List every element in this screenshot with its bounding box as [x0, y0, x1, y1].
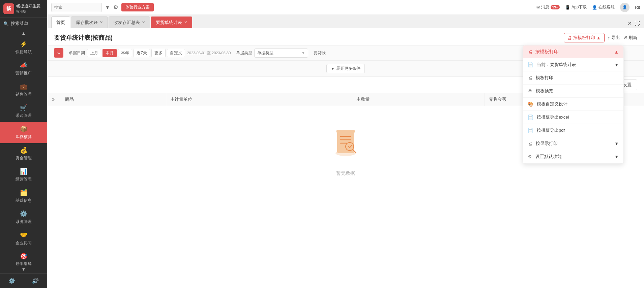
page-header: 要货单统计表(按商品) 🖨 按模板打印 ▲ ↑ 导出 ↺ 刷新 [47, 28, 644, 45]
sidebar-item-system[interactable]: ⚙️ 系统管理 [0, 207, 47, 228]
inventory-icon: 📦 [20, 125, 27, 133]
date-filter-group: 单据日期 上月 本月 本年 近7天 更多 自定义 2023-06-01 至 20… [69, 49, 231, 57]
tab-batch-account-close[interactable]: ✕ [100, 20, 103, 25]
sidebar-item-operations[interactable]: 📊 经营管理 [0, 164, 47, 186]
purchase-icon: 🛒 [20, 104, 27, 111]
dropdown-item-export-pdf[interactable]: 📄 按模板导出pdf [523, 124, 623, 137]
tab-order-stats[interactable]: 要货单统计表 ✕ [151, 17, 192, 28]
tab-order-stats-close[interactable]: ✕ [184, 20, 187, 25]
dropdown-default-func-icon: ⚙ [528, 154, 532, 159]
sidebar-item-label: 新手引导 [16, 261, 32, 265]
tab-receipt-summary[interactable]: 收发存汇总表 ✕ [109, 17, 150, 28]
sidebar-item-collab[interactable]: 🤝 企业协同 [0, 228, 47, 249]
date-btn-current-month[interactable]: 本月 [103, 49, 117, 57]
refresh-button[interactable]: ↺ 刷新 [623, 35, 637, 41]
dropdown-item-label: 模板预览 [536, 88, 553, 94]
col-product: 商品 [61, 93, 166, 106]
operations-icon: 📊 [20, 168, 27, 175]
sidebar-item-marketing[interactable]: 📣 营销推广 [0, 58, 47, 79]
dropdown-display-print-arrow: ▼ [614, 141, 619, 146]
filter-expand-button[interactable]: » [54, 48, 63, 58]
finance-icon: 💰 [20, 147, 27, 154]
dropdown-item-display-print[interactable]: 🖨 按显示打印 ▼ [523, 137, 623, 150]
order-type-select[interactable]: 单据类型 ▼ [254, 49, 308, 58]
app-download-label: App下载 [572, 4, 587, 10]
template-print-label: 按模板打印 [573, 35, 595, 41]
order-status-label: 要货状 [314, 50, 326, 56]
dropdown-item-template-design[interactable]: 🎨 模板自定义设计 [523, 98, 623, 111]
dropdown-item-template-preview[interactable]: 👁 模板预览 [523, 85, 623, 98]
topbar-right: ✉ 消息 99+ 📱 App下载 👤 在线客服 👤 Rit [536, 3, 640, 12]
tab-batch-account[interactable]: 库存批次账 ✕ [71, 17, 108, 28]
order-type-label: 单据类型 [236, 50, 252, 56]
order-type-value: 单据类型 [257, 50, 273, 56]
date-btn-7days[interactable]: 近7天 [134, 49, 150, 57]
template-print-dropdown: 🖨 按模板打印 ▲ 📄 当前：要货单统计表 ▼ 🖨 模板打印 👁 模板预览 🎨 … [523, 45, 624, 164]
expand-more-label: 展开更多条件 [336, 66, 360, 71]
marketing-icon: 📣 [20, 62, 27, 69]
dropdown-item-label: 按模板导出pdf [537, 127, 565, 133]
sidebar-scroll-up[interactable]: ▲ [0, 29, 47, 37]
dropdown-item-label: 按模板导出excel [537, 114, 569, 120]
date-btn-current-year[interactable]: 本年 [118, 49, 132, 57]
online-service-button[interactable]: 👤 在线客服 [592, 4, 615, 10]
export-button[interactable]: ↑ 导出 [608, 35, 620, 41]
dropdown-default-func-label: 设置默认功能 [535, 154, 562, 160]
tab-close-all-icon[interactable]: ✕ [627, 20, 632, 27]
col-settings[interactable]: ⚙ [47, 93, 61, 106]
tab-receipt-summary-close[interactable]: ✕ [142, 20, 145, 25]
topbar-search-input[interactable] [51, 3, 102, 12]
message-button[interactable]: ✉ 消息 99+ [536, 4, 560, 10]
date-range-display: 2023-06-01 至 2023-06-30 [187, 51, 231, 56]
dropdown-current-template[interactable]: 📄 当前：要货单统计表 ▼ [523, 58, 623, 71]
topbar-dropdown-btn[interactable]: ▼ [105, 5, 110, 10]
sidebar-item-label: 营销推广 [16, 70, 32, 76]
topbar-promo-button[interactable]: 体验行业方案 [121, 3, 154, 11]
user-avatar[interactable]: 👤 [620, 3, 630, 12]
sidebar-item-basic[interactable]: 🗂️ 基础信息 [0, 186, 47, 207]
dropdown-display-print-label: 按显示打印 [536, 140, 558, 147]
app-download-button[interactable]: 📱 App下载 [565, 4, 587, 10]
table-settings-icon[interactable]: ⚙ [51, 97, 55, 102]
guide-icon: 🎯 [20, 253, 27, 260]
dropdown-item-default-func[interactable]: ⚙ 设置默认功能 ▼ [523, 150, 623, 163]
tab-maximize-icon[interactable]: ⛶ [635, 21, 640, 27]
logo-text: 畅捷通好生意 [16, 4, 40, 9]
sidebar-item-label: 销售管理 [16, 92, 32, 97]
sidebar-item-quick-nav[interactable]: ⚡ 快捷导航 [0, 37, 47, 58]
sidebar-item-finance[interactable]: 💰 资金管理 [0, 143, 47, 164]
sidebar-item-label: 采购管理 [16, 113, 32, 119]
tab-home[interactable]: 首页 [51, 17, 70, 28]
date-btn-custom[interactable]: 自定义 [167, 49, 185, 57]
dropdown-item-export-excel[interactable]: 📄 按模板导出excel [523, 111, 623, 124]
sidebar: 畅 畅捷通好生意 标准版 🔍 搜索菜单 ▲ ⚡ 快捷导航 📣 营销推广 💼 销售… [0, 0, 47, 288]
tab-batch-account-label: 库存批次账 [76, 20, 98, 26]
sidebar-item-purchase[interactable]: 🛒 采购管理 [0, 101, 47, 122]
dropdown-collapse-icon[interactable]: ▲ [614, 49, 619, 55]
dropdown-display-print-icon: 🖨 [528, 141, 532, 146]
user-name: Rit [635, 5, 640, 10]
expand-more-button[interactable]: ▼ 展开更多条件 [326, 64, 365, 73]
date-filter-label: 单据日期 [69, 50, 85, 56]
date-btn-more[interactable]: 更多 [151, 49, 166, 57]
settings-bottom-icon[interactable]: ⚙️ [8, 278, 15, 284]
sidebar-scroll-down[interactable]: ▼ [0, 265, 47, 273]
sidebar-item-label: 资金管理 [16, 155, 32, 161]
tab-order-stats-label: 要货单统计表 [156, 20, 182, 26]
topbar-settings-icon[interactable]: ⚙ [113, 4, 118, 10]
sidebar-item-sales[interactable]: 💼 销售管理 [0, 79, 47, 101]
sidebar-item-guide[interactable]: 🎯 新手引导 [0, 249, 47, 265]
dropdown-preview-icon: 👁 [528, 88, 532, 94]
template-print-button[interactable]: 🖨 按模板打印 ▲ [564, 33, 605, 42]
sidebar-search[interactable]: 🔍 搜索菜单 [0, 18, 47, 29]
sidebar-item-label: 快捷导航 [16, 49, 32, 55]
audio-icon[interactable]: 🔊 [32, 278, 39, 284]
online-service-label: 在线客服 [598, 4, 615, 10]
sidebar-item-inventory[interactable]: 📦 库存核算 [0, 122, 47, 143]
date-btn-prev-month[interactable]: 上月 [87, 49, 101, 57]
sales-icon: 💼 [20, 83, 27, 90]
dropdown-header-title: 按模板打印 [535, 49, 559, 55]
sidebar-item-label: 系统管理 [16, 219, 32, 225]
basic-icon: 🗂️ [20, 189, 27, 196]
dropdown-item-template-print[interactable]: 🖨 模板打印 [523, 71, 623, 85]
